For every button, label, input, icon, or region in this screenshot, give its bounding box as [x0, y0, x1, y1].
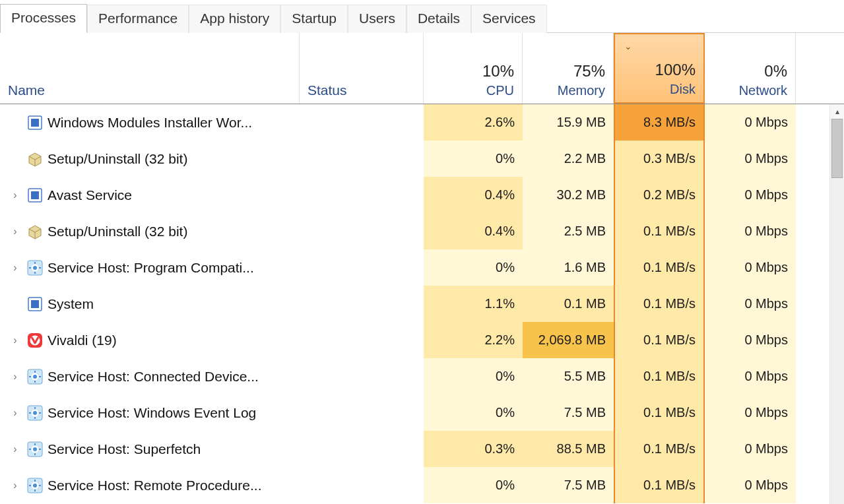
cell-disk: 8.3 MB/s [614, 104, 705, 141]
disk-value: 0.1 MB/s [643, 296, 696, 311]
scrollbar[interactable]: ▴ [829, 104, 844, 504]
expand-toggle-icon[interactable]: › [8, 480, 22, 491]
network-value: 0 Mbps [744, 115, 788, 130]
table-row[interactable]: ›Service Host: Remote Procedure...0%7.5 … [0, 467, 829, 503]
col-status[interactable]: Status [300, 33, 424, 104]
gear-icon [26, 259, 44, 276]
table-row[interactable]: ›Service Host: Program Compati...0%1.6 M… [0, 249, 829, 286]
disk-value: 0.1 MB/s [643, 405, 696, 420]
disk-value: 0.1 MB/s [643, 332, 696, 348]
cell-name: ›Avast Service [0, 177, 300, 213]
expand-toggle-icon[interactable]: › [8, 334, 22, 346]
cell-memory: 7.5 MB [523, 467, 614, 503]
cell-name: ›Service Host: Connected Device... [0, 358, 300, 394]
app-icon [26, 114, 44, 131]
table-row[interactable]: ›Service Host: Superfetch0.3%88.5 MB0.1 … [0, 431, 829, 467]
process-name: Windows Modules Installer Wor... [48, 115, 252, 131]
cell-status [300, 177, 424, 213]
vivaldi-icon [26, 332, 44, 349]
process-name: System [48, 296, 94, 312]
scroll-up-icon[interactable]: ▴ [830, 104, 844, 119]
cell-network: 0 Mbps [705, 177, 796, 213]
cpu-value: 0.4% [484, 187, 515, 203]
memory-value: 7.5 MB [564, 405, 606, 420]
tab-services[interactable]: Services [471, 5, 547, 33]
gear-icon [26, 368, 44, 385]
disk-value: 0.1 MB/s [643, 441, 696, 457]
cpu-usage-pct: 10% [482, 62, 514, 80]
col-cpu[interactable]: 10% CPU [424, 33, 523, 104]
cell-cpu: 0.4% [424, 213, 523, 249]
process-name: Service Host: Remote Procedure... [48, 478, 261, 493]
gear-icon [26, 441, 44, 458]
cell-disk: 0.1 MB/s [614, 322, 705, 358]
expand-toggle-icon[interactable]: › [8, 443, 22, 455]
cell-disk: 0.1 MB/s [614, 467, 705, 503]
svg-rect-3 [31, 191, 39, 199]
table-row[interactable]: ›Avast Service0.4%30.2 MB0.2 MB/s0 Mbps [0, 177, 829, 213]
tab-details[interactable]: Details [406, 5, 471, 33]
col-memory[interactable]: 75% Memory [523, 33, 614, 104]
sort-indicator-icon: ⌄ [624, 41, 632, 51]
cell-network: 0 Mbps [705, 286, 796, 322]
network-value: 0 Mbps [744, 260, 788, 275]
cell-network: 0 Mbps [705, 431, 796, 467]
col-name[interactable]: Name [0, 33, 300, 104]
table-row[interactable]: ›Service Host: Connected Device...0%5.5 … [0, 358, 829, 394]
tab-processes[interactable]: Processes [0, 4, 87, 33]
cell-disk: 0.2 MB/s [614, 177, 705, 213]
expand-toggle-icon[interactable]: › [8, 407, 22, 419]
scroll-thumb[interactable] [831, 119, 843, 178]
table-row[interactable]: ›Setup/Uninstall (32 bit)0.4%2.5 MB0.1 M… [0, 213, 829, 249]
cpu-value: 2.6% [484, 115, 515, 130]
expand-toggle-icon[interactable]: › [8, 262, 22, 274]
cell-disk: 0.1 MB/s [614, 213, 705, 249]
network-usage-pct: 0% [764, 62, 787, 80]
box-icon [26, 150, 44, 168]
cpu-value: 1.1% [484, 296, 515, 311]
expand-toggle-icon[interactable]: › [8, 189, 22, 201]
table-row[interactable]: Setup/Uninstall (32 bit)0%2.2 MB0.3 MB/s… [0, 141, 829, 177]
network-value: 0 Mbps [744, 332, 788, 348]
memory-value: 2,069.8 MB [538, 332, 606, 348]
table-row[interactable]: System1.1%0.1 MB0.1 MB/s0 Mbps [0, 286, 829, 322]
cell-name: ›Service Host: Windows Event Log [0, 394, 300, 431]
svg-rect-1 [31, 119, 39, 127]
memory-value: 7.5 MB [564, 478, 606, 493]
app-icon [26, 187, 44, 204]
cell-disk: 0.1 MB/s [614, 249, 705, 286]
cell-disk: 0.1 MB/s [614, 394, 705, 431]
cell-name: ›Setup/Uninstall (32 bit) [0, 213, 300, 249]
network-value: 0 Mbps [744, 478, 788, 493]
cell-name: ›Vivaldi (19) [0, 322, 300, 358]
cell-status [300, 431, 424, 467]
cell-memory: 15.9 MB [523, 104, 614, 141]
table-row[interactable]: Windows Modules Installer Wor...2.6%15.9… [0, 104, 829, 141]
tab-users[interactable]: Users [348, 5, 406, 33]
memory-value: 2.5 MB [564, 224, 606, 239]
cell-status [300, 249, 424, 286]
cell-cpu: 1.1% [424, 286, 523, 322]
svg-rect-12 [31, 300, 39, 308]
expand-toggle-icon[interactable]: › [8, 226, 22, 237]
table-row[interactable]: ›Service Host: Windows Event Log0%7.5 MB… [0, 394, 829, 431]
cpu-value: 0.3% [484, 441, 515, 457]
expand-toggle-icon[interactable]: › [8, 371, 22, 383]
disk-value: 0.2 MB/s [643, 187, 696, 203]
col-disk[interactable]: ⌄ 100% Disk [614, 33, 705, 104]
svg-point-6 [33, 266, 37, 270]
col-network[interactable]: 0% Network [705, 33, 796, 104]
table-row[interactable]: ›Vivaldi (19)2.2%2,069.8 MB0.1 MB/s0 Mbp… [0, 322, 829, 358]
disk-value: 0.1 MB/s [643, 260, 696, 275]
cpu-label: CPU [486, 83, 514, 98]
tab-startup[interactable]: Startup [280, 5, 348, 33]
tab-performance[interactable]: Performance [87, 5, 189, 33]
cell-cpu: 2.6% [424, 104, 523, 141]
memory-value: 5.5 MB [564, 369, 606, 384]
network-value: 0 Mbps [744, 405, 788, 420]
tab-app-history[interactable]: App history [189, 5, 280, 33]
cell-memory: 2.2 MB [523, 141, 614, 177]
process-name: Service Host: Program Compati... [48, 260, 254, 276]
cpu-value: 0% [496, 405, 515, 420]
svg-point-38 [33, 484, 37, 488]
